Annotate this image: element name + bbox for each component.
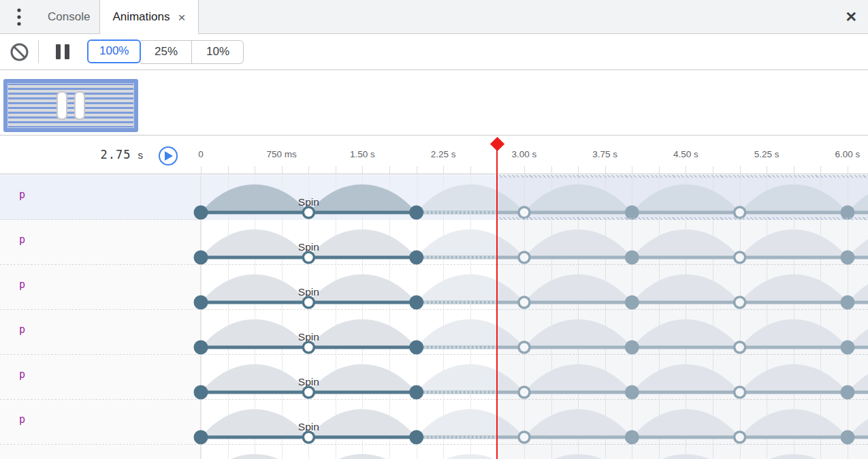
keyframe-dot[interactable] xyxy=(625,251,639,265)
tab-close-icon[interactable]: × xyxy=(176,11,187,24)
keyframe-dot[interactable] xyxy=(519,342,530,353)
animation-track[interactable]: Spin xyxy=(201,400,868,445)
tab-console[interactable]: Console xyxy=(38,0,99,33)
pause-all-button[interactable] xyxy=(39,44,86,59)
keyframe-dot[interactable] xyxy=(303,297,314,308)
keyframe-dot[interactable] xyxy=(625,206,639,220)
animation-row[interactable]: pSpin xyxy=(0,400,868,445)
keyframe-dot[interactable] xyxy=(625,296,639,310)
easing-curve xyxy=(308,364,416,392)
keyframe-dot[interactable] xyxy=(194,296,208,310)
keyframe-dot[interactable] xyxy=(519,387,530,398)
animation-row[interactable]: pSpin xyxy=(0,445,868,459)
easing-curve xyxy=(201,454,308,459)
keyframe-dot[interactable] xyxy=(409,206,423,220)
ruler-tick-mark xyxy=(443,166,444,174)
keyframe-dot[interactable] xyxy=(519,252,530,263)
current-time-display: 2.75 s xyxy=(0,136,143,174)
easing-curve xyxy=(201,409,308,437)
animation-track[interactable]: Spin xyxy=(201,265,868,310)
ruler-tick-mark xyxy=(820,166,821,174)
keyframe-dot[interactable] xyxy=(519,207,530,218)
easing-curve xyxy=(308,454,416,459)
ruler-tick-label: 3.00 s xyxy=(512,149,537,159)
keyframe-dot[interactable] xyxy=(840,296,854,310)
rate-button-10[interactable]: 10% xyxy=(192,40,244,64)
keyframe-dot[interactable] xyxy=(735,252,745,263)
animation-row[interactable]: pSpin xyxy=(0,310,868,355)
keyframe-dot[interactable] xyxy=(735,387,745,398)
ruler-tick-mark xyxy=(632,166,632,174)
tab-animations[interactable]: Animations × xyxy=(99,0,198,34)
animation-track[interactable]: Spin xyxy=(201,355,868,400)
keyframe-dot[interactable] xyxy=(194,430,208,445)
animation-row[interactable]: pSpin xyxy=(0,265,868,310)
keyframe-dot[interactable] xyxy=(735,432,745,443)
animation-row[interactable]: pSpin xyxy=(0,355,868,400)
rate-button-100[interactable]: 100% xyxy=(87,39,141,63)
ruler-tick-mark xyxy=(659,166,660,174)
animation-track[interactable]: Spin xyxy=(201,445,868,459)
ruler-tick-mark xyxy=(308,166,309,174)
keyframe-dot[interactable] xyxy=(409,341,423,355)
keyframe-dot[interactable] xyxy=(735,342,745,353)
keyframe-dot[interactable] xyxy=(303,207,314,218)
panel-close-icon[interactable]: ✕ xyxy=(845,0,857,34)
keyframe-dot[interactable] xyxy=(409,385,423,400)
timeline-ruler[interactable]: 2.75 s 0750 ms1.50 s2.25 s3.00 s3.75 s4.… xyxy=(0,136,868,174)
ruler-tick-mark xyxy=(551,166,552,174)
easing-curve xyxy=(524,409,632,437)
keyframe-dot[interactable] xyxy=(409,251,423,265)
keyframe-dot[interactable] xyxy=(625,385,639,400)
keyframe-dot[interactable] xyxy=(303,252,314,263)
pause-icon xyxy=(56,44,61,59)
animations-panel: Console Animations × ✕ 100%25%10% 2.75 xyxy=(0,0,868,459)
playhead-line[interactable] xyxy=(496,149,498,459)
keyframe-dot[interactable] xyxy=(194,385,208,400)
animation-rows: pSpinpSpinpSpinpSpinpSpinpSpinpSpin xyxy=(0,175,868,459)
ruler-tick-label: 6.00 s xyxy=(835,149,861,159)
keyframe-dot[interactable] xyxy=(735,297,745,308)
keyframe-dot[interactable] xyxy=(840,206,854,220)
keyframe-dot[interactable] xyxy=(519,297,530,308)
rate-button-25[interactable]: 25% xyxy=(140,40,192,64)
keyframe-dot[interactable] xyxy=(840,251,854,265)
keyframe-dot[interactable] xyxy=(303,342,314,353)
animation-track[interactable]: Spin xyxy=(201,175,868,220)
animation-group-preview[interactable] xyxy=(3,79,138,132)
keyframe-dot[interactable] xyxy=(409,296,423,310)
animation-track[interactable]: Spin xyxy=(201,310,868,355)
current-time-unit: s xyxy=(138,149,144,161)
animation-row[interactable]: pSpin xyxy=(0,220,868,265)
keyframe-dot[interactable] xyxy=(194,251,208,265)
easing-curve xyxy=(740,274,848,302)
easing-curve xyxy=(201,185,308,212)
keyframe-dot[interactable] xyxy=(303,432,314,443)
node-label: p xyxy=(0,265,201,309)
easing-curve xyxy=(632,454,739,459)
animation-row[interactable]: pSpin xyxy=(0,175,868,220)
easing-curve xyxy=(740,454,848,459)
replay-button[interactable] xyxy=(159,146,178,165)
keyframe-dot[interactable] xyxy=(625,430,639,445)
animation-track[interactable]: Spin xyxy=(201,220,868,265)
keyframe-dot[interactable] xyxy=(735,207,745,218)
easing-curve xyxy=(524,454,632,459)
ruler-tick-mark xyxy=(228,166,229,174)
keyframe-dot[interactable] xyxy=(840,341,854,355)
easing-curve xyxy=(740,185,848,212)
keyframe-dot[interactable] xyxy=(519,432,530,443)
node-label: p xyxy=(0,310,201,354)
more-options-button[interactable] xyxy=(0,0,38,33)
keyframe-dot[interactable] xyxy=(625,341,639,355)
clear-all-button[interactable] xyxy=(0,43,38,61)
keyframe-dot[interactable] xyxy=(194,341,208,355)
ruler-tick-mark xyxy=(389,166,390,174)
keyframe-dot[interactable] xyxy=(840,385,854,400)
animations-toolbar: 100%25%10% xyxy=(0,34,868,70)
keyframe-dot[interactable] xyxy=(303,387,314,398)
keyframe-dot[interactable] xyxy=(194,206,208,220)
easing-curve xyxy=(417,185,524,212)
keyframe-dot[interactable] xyxy=(409,430,423,445)
keyframe-dot[interactable] xyxy=(840,430,854,445)
